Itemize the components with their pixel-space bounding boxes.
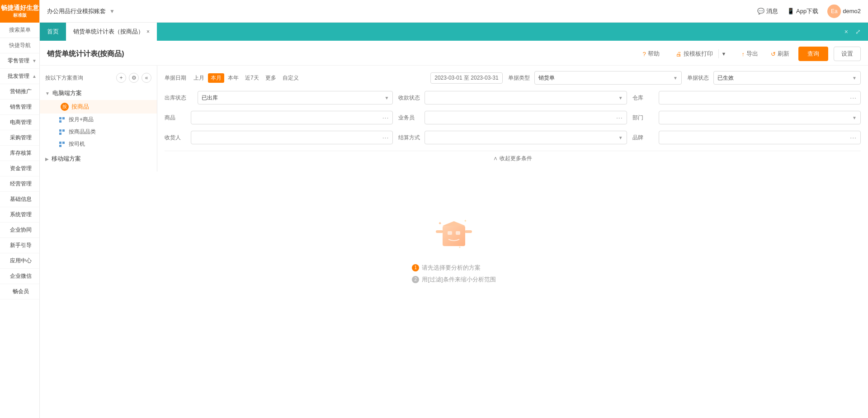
category-label: 按商品品类 bbox=[69, 128, 96, 136]
page-inner: 销货单统计计表(按商品) ? 帮助 🖨 按模板打印 ▼ ↑ bbox=[40, 41, 868, 418]
warehouse-status-label: 出库状态 bbox=[165, 94, 194, 102]
receiver-control[interactable]: ··· bbox=[191, 131, 393, 144]
tree-desktop-group[interactable]: ▼ 电脑端方案 bbox=[40, 86, 157, 100]
warehouse-status-arrow-icon: ▼ bbox=[384, 95, 389, 100]
topbar-title: 办公用品行业模拟账套 bbox=[47, 7, 106, 15]
brand-dots-icon: ··· bbox=[850, 134, 857, 141]
svg-rect-9 bbox=[443, 226, 465, 246]
sidebar-item-purchase[interactable]: 采购管理 bbox=[0, 130, 39, 146]
retail-arrow-icon: ▼ bbox=[32, 58, 37, 63]
window-maximize-icon[interactable]: ⤢ bbox=[854, 26, 863, 37]
warehouse-dots-icon: ··· bbox=[850, 94, 857, 101]
filter-row-1: 单据日期 上月 本月 本年 近7天 更多 自定义 bbox=[165, 71, 861, 85]
doc-status-control[interactable]: 已生效 ▼ bbox=[713, 71, 861, 85]
doc-status-label: 单据状态 bbox=[687, 74, 710, 82]
tab-sales-stats[interactable]: 销货单统计计表（按商品） × bbox=[66, 23, 157, 41]
collapse-filters-button[interactable]: ∧ 收起更多条件 bbox=[165, 151, 861, 166]
svg-rect-7 bbox=[62, 142, 65, 144]
tree-mobile-group[interactable]: ▶ 移动端方案 bbox=[40, 152, 157, 166]
sidebar-item-wholesale[interactable]: 批发管理 ▲ bbox=[0, 69, 39, 84]
sidebar-item-finance[interactable]: 资金管理 bbox=[0, 161, 39, 176]
sidebar-item-basic[interactable]: 基础信息 bbox=[0, 192, 39, 207]
refresh-button[interactable]: ↺ 刷新 bbox=[767, 48, 793, 60]
settings-button[interactable]: 设置 bbox=[834, 47, 861, 61]
sidebar-item-wechat[interactable]: 企业微信 bbox=[0, 269, 39, 284]
user-profile[interactable]: Ea demo2 bbox=[827, 5, 861, 18]
sidebar-item-member[interactable]: 畅会员 bbox=[0, 284, 39, 299]
app-download-button[interactable]: 📱 App下载 bbox=[787, 7, 818, 15]
svg-text:✦: ✦ bbox=[438, 221, 442, 226]
payment-status-control[interactable]: ▼ bbox=[425, 91, 627, 104]
add-scheme-button[interactable]: + bbox=[116, 73, 126, 83]
date-tab-more[interactable]: 更多 bbox=[263, 73, 279, 83]
receiver-label: 收货人 bbox=[165, 134, 187, 142]
sidebar-item-appcenter[interactable]: 应用中心 bbox=[0, 253, 39, 269]
sidebar-item-sales[interactable]: 销售管理 bbox=[0, 100, 39, 115]
settlement-arrow-icon: ▼ bbox=[618, 135, 623, 140]
svg-rect-8 bbox=[59, 145, 61, 147]
brand-control[interactable]: ··· bbox=[659, 131, 861, 144]
doc-type-control[interactable]: 销货单 ▼ bbox=[534, 71, 682, 85]
salesman-control[interactable]: ··· bbox=[425, 111, 627, 124]
svg-rect-5 bbox=[59, 133, 61, 135]
date-tab-custom[interactable]: 自定义 bbox=[280, 73, 302, 83]
tree-item-by-driver[interactable]: 按司机 bbox=[40, 138, 157, 150]
tab-close-icon[interactable]: × bbox=[146, 28, 150, 35]
sidebar-item-marketing[interactable]: 营销推广 bbox=[0, 84, 39, 100]
mobile-expand-icon: ▶ bbox=[45, 157, 49, 162]
receiver-field: 收货人 ··· bbox=[165, 131, 393, 144]
sidebar-item-ecommerce[interactable]: 电商管理 bbox=[0, 115, 39, 130]
sidebar-item-newbie[interactable]: 新手引导 bbox=[0, 238, 39, 253]
tree-item-by-category[interactable]: 按商品品类 bbox=[40, 126, 157, 138]
date-control: 上月 本月 本年 近7天 更多 自定义 bbox=[191, 73, 425, 83]
tab-home[interactable]: 首页 bbox=[40, 23, 66, 41]
sidebar-item-operation[interactable]: 经营管理 bbox=[0, 176, 39, 192]
message-icon: 💬 bbox=[757, 8, 764, 14]
warehouse-field: 仓库 ··· bbox=[632, 91, 861, 104]
settings-scheme-button[interactable]: ⚙ bbox=[129, 73, 139, 83]
filter-panel-header: 按以下方案查询 + ⚙ « bbox=[40, 71, 157, 86]
warehouse-control[interactable]: ··· bbox=[659, 91, 861, 104]
print-label: 按模板打印 bbox=[684, 50, 713, 58]
sidebar-item-system[interactable]: 系统管理 bbox=[0, 207, 39, 223]
tree-item-by-goods[interactable]: 按 按商品 bbox=[40, 100, 157, 114]
export-button[interactable]: ↑ 导出 bbox=[738, 48, 762, 60]
sidebar-item-inventory[interactable]: 库存核算 bbox=[0, 146, 39, 161]
category-icon bbox=[58, 129, 66, 135]
warehouse-status-value: 已出库 bbox=[202, 94, 384, 102]
sidebar-item-retail[interactable]: 零售管理 ▼ bbox=[0, 53, 39, 69]
sidebar-item-collab[interactable]: 企业协同 bbox=[0, 223, 39, 238]
driver-label: 按司机 bbox=[69, 140, 85, 148]
date-tab-last-month[interactable]: 上月 bbox=[191, 73, 207, 83]
empty-state: ✦ ✦ ✦ 1 请先选择要分析的方案 2 用[过滤]条件来缩小分析范围 bbox=[40, 171, 868, 322]
settlement-label: 结算方式 bbox=[398, 134, 421, 142]
department-field: 部门 ▼ bbox=[632, 111, 861, 124]
query-button[interactable]: 查询 bbox=[798, 47, 828, 61]
goods-control[interactable]: ··· bbox=[191, 111, 393, 124]
settlement-control[interactable]: ▼ bbox=[425, 131, 627, 144]
tree-item-by-month-goods[interactable]: 按月+商品 bbox=[40, 114, 157, 126]
topbar-dropdown-icon[interactable]: ▼ bbox=[109, 8, 115, 14]
print-dropdown-arrow[interactable]: ▼ bbox=[718, 49, 729, 58]
svg-text:✦: ✦ bbox=[458, 246, 461, 249]
print-button[interactable]: 🖨 按模板打印 ▼ bbox=[669, 46, 733, 62]
warehouse-status-control[interactable]: 已出库 ▼ bbox=[198, 91, 393, 104]
topbar-right: 💬 消息 📱 App下载 Ea demo2 bbox=[757, 5, 861, 18]
date-tab-7days[interactable]: 近7天 bbox=[242, 73, 262, 83]
department-control[interactable]: ▼ bbox=[659, 111, 861, 124]
collapse-panel-button[interactable]: « bbox=[142, 73, 151, 83]
window-controls: × ⤢ bbox=[843, 26, 868, 37]
search-menu[interactable]: 搜索菜单 bbox=[0, 23, 39, 38]
doc-status-value: 已生效 bbox=[717, 74, 852, 82]
tab-sales-stats-label: 销货单统计计表（按商品） bbox=[73, 28, 144, 36]
window-close-icon[interactable]: × bbox=[843, 26, 850, 37]
payment-status-label: 收款状态 bbox=[398, 94, 421, 102]
quick-nav[interactable]: 快捷导航 bbox=[0, 38, 39, 53]
print-btn-main[interactable]: 🖨 按模板打印 bbox=[672, 48, 717, 60]
date-tab-this-year[interactable]: 本年 bbox=[225, 73, 241, 83]
message-button[interactable]: 💬 消息 bbox=[757, 7, 778, 15]
doc-type-value: 销货单 bbox=[538, 74, 673, 82]
date-tab-this-month[interactable]: 本月 bbox=[208, 73, 224, 83]
help-button[interactable]: ? 帮助 bbox=[639, 48, 663, 60]
driver-icon bbox=[58, 141, 66, 147]
